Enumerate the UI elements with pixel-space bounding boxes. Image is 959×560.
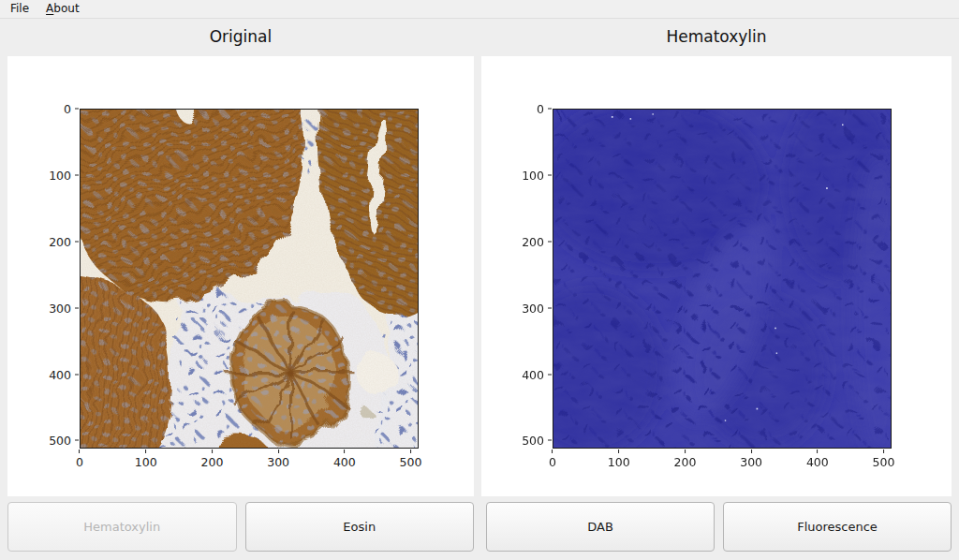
- original-title: Original: [7, 19, 474, 52]
- x-tick-200: 200: [200, 449, 223, 469]
- dab-button[interactable]: DAB: [486, 502, 715, 552]
- y-tick-400: 400: [522, 367, 552, 381]
- x-tick-200: 200: [673, 449, 696, 469]
- menu-about[interactable]: About: [37, 0, 88, 19]
- right-button-group: DAB Fluorescence: [481, 502, 952, 552]
- hematoxylin-button[interactable]: Hematoxylin: [7, 502, 237, 552]
- x-tick-500: 500: [400, 449, 422, 469]
- y-tick-100: 100: [522, 168, 552, 182]
- dab-button-label: DAB: [587, 520, 613, 534]
- app-window: File About Original Hematoxylin: [0, 0, 959, 552]
- panel-titles: Original Hematoxylin: [0, 19, 959, 52]
- left-button-group: Hematoxylin Eosin: [7, 502, 474, 552]
- fluorescence-button[interactable]: Fluorescence: [723, 502, 952, 552]
- y-tick-300: 300: [522, 301, 552, 315]
- fluorescence-button-label: Fluorescence: [797, 520, 878, 534]
- hematoxylin-x-axis: 0100200300400500: [553, 449, 892, 472]
- y-tick-400: 400: [49, 367, 79, 381]
- hematoxylin-panel: 0100200300400500 0100200300400500: [481, 56, 952, 496]
- hematoxylin-title: Hematoxylin: [481, 19, 952, 52]
- y-tick-500: 500: [522, 434, 552, 448]
- x-tick-100: 100: [608, 449, 630, 469]
- x-tick-300: 300: [267, 449, 289, 469]
- menu-file[interactable]: File: [2, 0, 37, 19]
- hematoxylin-y-axis: 0100200300400500: [509, 109, 552, 449]
- y-tick-200: 200: [49, 234, 79, 248]
- eosin-button[interactable]: Eosin: [245, 502, 475, 552]
- original-x-axis: 0100200300400500: [80, 449, 419, 472]
- hematoxylin-button-label: Hematoxylin: [83, 520, 160, 534]
- x-tick-300: 300: [740, 449, 762, 469]
- x-tick-400: 400: [333, 449, 356, 469]
- y-tick-200: 200: [522, 234, 552, 248]
- y-tick-300: 300: [49, 301, 79, 315]
- eosin-button-label: Eosin: [343, 520, 376, 534]
- x-tick-0: 0: [76, 449, 83, 469]
- x-tick-500: 500: [873, 449, 895, 469]
- y-tick-100: 100: [49, 168, 79, 182]
- stain-button-bar: Hematoxylin Eosin DAB Fluorescence: [0, 502, 959, 552]
- plot-panels: 0100200300400500 0100200300400500: [0, 56, 959, 496]
- menu-about-rest: bout: [53, 2, 79, 15]
- original-image: [80, 109, 419, 449]
- original-histology-image: [81, 110, 418, 448]
- hematoxylin-plot: 0100200300400500 0100200300400500: [553, 109, 892, 449]
- y-tick-500: 500: [49, 434, 79, 448]
- menu-bar: File About: [0, 0, 959, 19]
- original-plot: 0100200300400500 0100200300400500: [80, 109, 419, 449]
- y-tick-0: 0: [537, 102, 552, 116]
- x-tick-400: 400: [806, 449, 829, 469]
- original-y-axis: 0100200300400500: [36, 109, 79, 449]
- hematoxylin-image: [553, 109, 892, 449]
- x-tick-0: 0: [549, 449, 556, 469]
- y-tick-0: 0: [64, 102, 79, 116]
- x-tick-100: 100: [135, 449, 157, 469]
- original-panel: 0100200300400500 0100200300400500: [7, 56, 474, 496]
- hematoxylin-channel-image: [553, 110, 891, 448]
